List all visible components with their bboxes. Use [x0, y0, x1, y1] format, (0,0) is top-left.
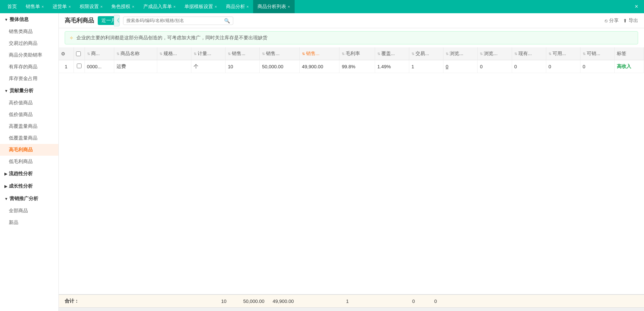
search-icon[interactable]: 🔍 [224, 18, 230, 23]
nav-purchase-close[interactable]: × [68, 4, 71, 9]
footer-cells: 10 50,000.00 49,900.00 1 0 0 [87, 299, 638, 304]
sidebar-group-marketing[interactable]: ▼ 营销推广分析 [0, 192, 58, 205]
sidebar-item-low-coverage[interactable]: 低覆盖量商品 [0, 132, 58, 144]
footer-bar: 合计： 10 50,000.00 49,900.00 1 0 0 [59, 294, 644, 307]
cell-sku: 0000... [84, 60, 114, 73]
share-button[interactable]: ⎋ 分享 [605, 17, 619, 24]
sidebar-item-high-value[interactable]: 高价值商品 [0, 97, 58, 109]
footer-cell-name [134, 299, 171, 304]
col-header-coverage[interactable]: ⇅ 覆盖... [375, 47, 409, 60]
nav-analysis-list[interactable]: 商品分析列表 × [253, 0, 294, 13]
footer-cell-stock: 0 [410, 299, 432, 304]
sort-icon-14: ⇅ [548, 52, 551, 56]
cell-check [73, 60, 84, 73]
cell-gross-rate: 99.8% [339, 60, 375, 73]
sidebar-collapse-button[interactable]: 《 [114, 15, 120, 26]
arrow-icon-5: ▼ [4, 197, 8, 201]
sort-icon-3: ⇅ [159, 52, 162, 56]
sidebar-group-overall[interactable]: ▼ 整体信息 [0, 13, 58, 26]
col-header-view2[interactable]: ⇅ 浏览... [478, 47, 512, 60]
sort-icon-4: ⇅ [194, 52, 197, 56]
sidebar-group-growth[interactable]: ▶ 成长性分析 [0, 180, 58, 192]
col-header-spec[interactable]: ⇅ 规格... [157, 47, 191, 60]
nav-product-in[interactable]: 产成品入库单 × [139, 0, 180, 13]
nav-permission-close[interactable]: × [100, 4, 102, 9]
col-header-sale-amt[interactable]: ⇅ 销售... [260, 47, 300, 60]
sort-icon-15: ⇅ [583, 52, 586, 56]
sort-icon-8: ⇅ [342, 52, 345, 56]
col-header-view1[interactable]: ⇅ 浏览... [443, 47, 478, 60]
col-header-unit[interactable]: ⇅ 计量... [191, 47, 225, 60]
sidebar-group-trend[interactable]: ▶ 流趋性分析 [0, 167, 58, 180]
col-header-tag[interactable]: 标签 [615, 47, 644, 60]
nav-home[interactable]: 首页 [3, 0, 21, 13]
col-header-name[interactable]: ⇅ 商品名称 [114, 47, 157, 60]
col-header-sale-net[interactable]: ⇅ 销售... [299, 47, 339, 60]
col-header-sale-qty[interactable]: ⇅ 销售... [226, 47, 260, 60]
nav-sales-close[interactable]: × [42, 4, 44, 9]
window-close-button[interactable]: × [632, 3, 641, 10]
info-icon: ✧ [69, 35, 73, 41]
nav-permission[interactable]: 权限设置 × [75, 0, 107, 13]
nav-template[interactable]: 单据模板设置 × [180, 0, 221, 13]
row-checkbox[interactable] [77, 64, 82, 68]
footer-label: 合计： [65, 298, 87, 304]
footer-cell-v2 [388, 299, 410, 304]
col-header-saleable[interactable]: ⇅ 可销... [580, 47, 615, 60]
sidebar-item-capital[interactable]: 库存资金占用 [0, 73, 58, 84]
nav-role[interactable]: 角色授权 × [107, 0, 138, 13]
select-all-checkbox[interactable] [76, 51, 81, 56]
content-area: 《 高毛利商品 近一月 🔍 ⎋ 分享 ⬆ 导出 [59, 13, 644, 311]
sidebar-item-category-rate[interactable]: 商品分类助销率 [0, 49, 58, 61]
sidebar-item-new-goods[interactable]: 新品 [0, 217, 58, 228]
nav-analysis-list-close[interactable]: × [288, 4, 290, 9]
cell-sale-net: 49,900.00 [299, 60, 339, 73]
sidebar-item-in-stock[interactable]: 有库存的商品 [0, 61, 58, 73]
export-button[interactable]: ⬆ 导出 [623, 17, 638, 24]
settings-icon[interactable]: ⚙ [61, 51, 65, 57]
col-header-stock[interactable]: ⇅ 现有... [512, 47, 546, 60]
sidebar-item-all-goods[interactable]: 全部商品 [0, 205, 58, 217]
cell-name: 运费 [114, 60, 157, 73]
cell-view2: 0 [478, 60, 512, 73]
nav-template-close[interactable]: × [215, 4, 217, 9]
cell-num: 1 [59, 60, 73, 73]
footer-cell-empty2 [101, 299, 112, 304]
sidebar-item-high-coverage[interactable]: 高覆盖量商品 [0, 120, 58, 132]
nav-product-in-close[interactable]: × [173, 4, 176, 9]
col-header-sku[interactable]: ⇅ 商... [84, 47, 114, 60]
cell-view1[interactable]: 0 [443, 60, 478, 73]
footer-cell-spec [171, 299, 197, 304]
sidebar-item-low-value[interactable]: 低价值商品 [0, 109, 58, 120]
sidebar-item-high-margin[interactable]: 高毛利商品 [0, 144, 58, 156]
sidebar-item-traded[interactable]: 交易过的商品 [0, 37, 58, 49]
sidebar-item-low-margin[interactable]: 低毛利商品 [0, 156, 58, 167]
page-title: 高毛利商品 [65, 17, 94, 25]
sort-icon: ⇅ [87, 52, 90, 56]
nav-analysis[interactable]: 商品分析 × [222, 0, 253, 13]
nav-purchase[interactable]: 进货单 × [48, 0, 75, 13]
search-input[interactable] [126, 18, 224, 23]
scroll-bar[interactable] [59, 307, 644, 311]
main-layout: ▼ 整体信息 销售类商品 交易过的商品 商品分类助销率 有库存的商品 库存资金占… [0, 13, 644, 311]
sidebar-item-sales-goods[interactable]: 销售类商品 [0, 26, 58, 37]
footer-cell-qty: 10 [219, 299, 241, 304]
footer-cell-v1 [366, 299, 388, 304]
col-header-check [73, 47, 84, 60]
footer-cell-amt: 50,000.00 [241, 299, 270, 304]
col-header-trade[interactable]: ⇅ 交易... [409, 47, 443, 60]
nav-analysis-close[interactable]: × [247, 4, 249, 9]
cell-trade: 1 [409, 60, 443, 73]
info-text: 企业的主要的利润都是这部分商品创造的，可考虑加大推广，同时关注库存是不要出现缺货 [76, 35, 267, 41]
table-wrap: ⚙ ⇅ 商... ⇅ [59, 47, 644, 294]
col-header-gross-rate[interactable]: ⇅ 毛利率 [339, 47, 375, 60]
col-header-avail[interactable]: ⇅ 可用... [546, 47, 580, 60]
nav-sales[interactable]: 销售单 × [21, 0, 48, 13]
nav-role-close[interactable]: × [132, 4, 134, 9]
cell-avail: 0 [546, 60, 580, 73]
search-box[interactable]: 🔍 [123, 17, 233, 25]
arrow-icon: ▼ [4, 18, 8, 22]
sidebar-group-contribution[interactable]: ▼ 贡献量分析 [0, 84, 58, 97]
sort-icon-7: ⇅ [302, 52, 305, 56]
sort-icon-11: ⇅ [446, 52, 449, 56]
